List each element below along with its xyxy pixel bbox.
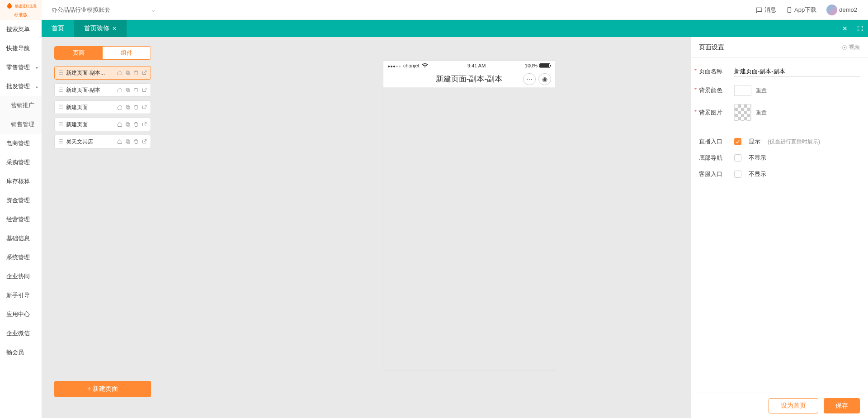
brand-text: 畅捷通好生意 [15,4,37,9]
external-icon[interactable] [142,70,147,76]
drag-icon[interactable]: ☰ [58,138,63,145]
app-download-button[interactable]: App下载 [786,6,816,14]
svg-rect-0 [788,7,791,13]
copy-icon[interactable] [125,104,131,110]
bgimg-label: 背景图片 [699,109,734,117]
home-icon[interactable] [117,104,123,110]
page-item-name: 新建页面 [66,121,114,128]
video-help-button[interactable]: 视频 [842,43,860,51]
page-item-name: 昊天文具店 [66,138,114,146]
save-button[interactable]: 保存 [824,398,860,413]
page-name-input[interactable] [734,66,860,77]
nav-item[interactable]: 批发管理▴ [0,77,42,96]
nav-item[interactable]: 快捷导航 [0,39,42,58]
nav-item[interactable]: 营销推广 [0,96,42,115]
set-home-button[interactable]: 设为首页 [769,398,818,413]
nav-item[interactable]: 零售管理▾ [0,58,42,77]
nav-item[interactable]: 经营管理 [0,210,42,229]
nav-item[interactable]: 新手引导 [0,286,42,305]
home-icon[interactable] [117,70,123,76]
home-icon[interactable] [117,139,123,144]
settings-panel: 页面设置 视频 页面名称 背景颜色 重置 背景图片 [691,37,868,418]
miniprogram-close-icon[interactable]: ◉ [538,73,551,85]
bgcolor-reset[interactable]: 重置 [756,87,767,95]
account-set-selector[interactable]: 办公品品行业模拟账套 ⌄ [52,6,156,14]
tab-home[interactable]: 首页 [42,20,74,37]
close-icon[interactable]: ✕ [112,25,117,32]
nav-item[interactable]: 销售管理 [0,115,42,134]
home-icon[interactable] [117,87,123,93]
nav-item[interactable]: 企业协同 [0,267,42,286]
nav-item[interactable]: 企业微信 [0,324,42,343]
external-icon[interactable] [142,104,147,110]
drag-icon[interactable]: ☰ [58,70,63,76]
tab-strip: 首页 首页装修 ✕ ✕ [42,20,868,37]
battery-percent: 100% [525,63,538,68]
phone-canvas[interactable] [383,88,555,370]
drag-icon[interactable]: ☰ [58,121,63,128]
copy-icon[interactable] [125,139,131,144]
copy-icon[interactable] [125,122,131,127]
phone-preview: chanjet 9:41 AM 100% 新建页面-副本-副本 ⋯ ◉ [383,61,555,370]
bgimg-reset[interactable]: 重置 [756,109,767,117]
customer-service-label: 客服入口 [699,170,734,178]
nav-item[interactable]: 应用中心 [0,305,42,324]
wifi-icon [422,63,428,68]
live-entry-label: 直播入口 [699,138,734,146]
delete-icon[interactable] [133,122,139,127]
bottomnav-checkbox[interactable] [734,154,741,162]
miniprogram-menu-icon[interactable]: ⋯ [523,73,536,85]
page-item-name: 新建页面 [66,104,114,111]
fullscreen-button[interactable] [853,20,868,37]
home-icon[interactable] [117,122,123,127]
new-page-button[interactable]: + 新建页面 [54,381,151,397]
nav-item[interactable]: 资金管理 [0,191,42,210]
page-item-name: 新建页面-副本... [66,69,114,77]
panel-tab-component[interactable]: 组件 [103,47,151,59]
page-list-item[interactable]: ☰昊天文具店 [54,135,151,148]
expand-icon [857,25,863,32]
copy-icon[interactable] [125,87,131,93]
battery-icon [539,63,550,68]
nav-item[interactable]: 采购管理 [0,153,42,172]
live-show-checkbox[interactable]: ✓ [734,138,741,145]
external-icon[interactable] [142,139,147,144]
copy-icon[interactable] [125,70,131,76]
external-icon[interactable] [142,87,147,93]
nav-item[interactable]: 系统管理 [0,248,42,267]
drag-icon[interactable]: ☰ [58,87,63,93]
drag-icon[interactable]: ☰ [58,104,63,110]
logo[interactable]: 畅捷通好生意 标准版 [0,0,42,20]
page-list-item[interactable]: ☰新建页面 [54,100,151,114]
messages-button[interactable]: 消息 [755,6,776,14]
live-hint: (仅当进行直播时展示) [768,138,820,146]
nav-item[interactable]: 搜索菜单 [0,20,42,39]
username: demo2 [839,6,857,13]
signal-icon [388,63,401,68]
bgcolor-swatch[interactable] [734,85,751,96]
svg-rect-2 [127,72,130,75]
nav-item[interactable]: 基础信息 [0,229,42,248]
page-list-item[interactable]: ☰新建页面-副本... [54,66,151,80]
tab-decoration[interactable]: 首页装修 ✕ [74,20,127,37]
tab-close-button[interactable]: ✕ [837,20,853,37]
nav-item[interactable]: 库存核算 [0,172,42,191]
nav-item[interactable]: 畅会员 [0,343,42,362]
delete-icon[interactable] [133,87,139,93]
phone-title-bar: 新建页面-副本-副本 ⋯ ◉ [383,71,555,88]
user-menu[interactable]: demo2 [826,5,857,15]
page-list-item[interactable]: ☰新建页面 [54,118,151,131]
caret-icon: ▴ [36,84,38,89]
delete-icon[interactable] [133,70,139,76]
delete-icon[interactable] [133,139,139,144]
delete-icon[interactable] [133,104,139,110]
cs-checkbox[interactable] [734,171,741,178]
page-list-item[interactable]: ☰新建页面-副本 [54,83,151,97]
bottomnav-label: 底部导航 [699,154,734,162]
external-icon[interactable] [142,122,147,127]
nav-item[interactable]: 电商管理 [0,134,42,153]
bgimg-picker[interactable] [734,104,751,121]
work-area: 页面 组件 ☰新建页面-副本...☰新建页面-副本☰新建页面☰新建页面☰昊天文具… [42,37,868,418]
page-name-label: 页面名称 [699,67,734,76]
panel-tab-page[interactable]: 页面 [55,47,103,59]
